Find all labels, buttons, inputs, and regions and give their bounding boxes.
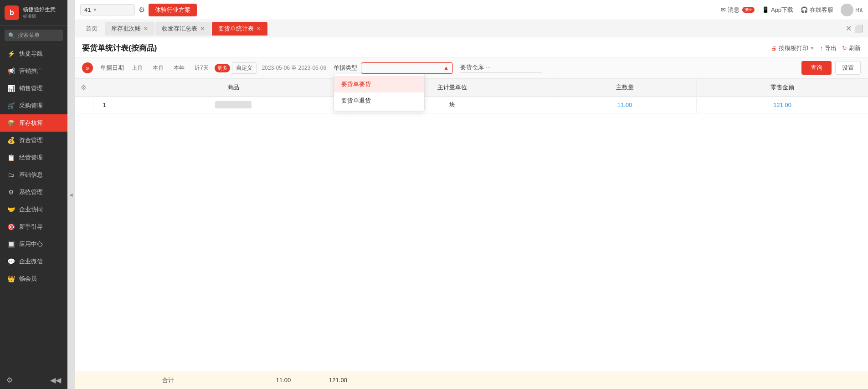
dropdown-item-order-return-label: 要货单退货	[341, 97, 371, 104]
brand-version: 标准版	[23, 13, 56, 20]
membership-icon: 👑	[6, 275, 15, 282]
sidebar-item-membership[interactable]: 👑 畅会员	[0, 270, 67, 287]
topbar-gear-icon[interactable]: ⚙	[139, 5, 145, 14]
type-input[interactable]	[365, 65, 442, 72]
print-template-button[interactable]: 🖨 按模板打印 ▼	[771, 44, 815, 52]
col-product: 商品	[116, 79, 351, 97]
tab-expand-icon[interactable]: ⬜	[854, 24, 863, 33]
type-filter-group: 单据类型 ▲ 要货单要货 要货单退货	[334, 62, 453, 74]
sidebar-item-sales[interactable]: 📊 销售管理	[0, 80, 67, 97]
finance-icon: 💰	[6, 137, 15, 144]
sidebar: b 畅捷通好生意 标准版 🔍 搜索菜单 ⚡ 快捷导航 📢 营销推广 📊 销售管理…	[0, 0, 67, 389]
app-download-label: App下载	[771, 6, 793, 14]
sidebar-item-inventory[interactable]: 📦 库存核算	[0, 114, 67, 132]
tab-order-stats[interactable]: 要货单统计表 ✕	[212, 22, 267, 36]
refresh-button[interactable]: ↻ 刷新	[842, 44, 861, 52]
sidebar-item-label: 采购管理	[19, 102, 43, 110]
guide-icon: 🎯	[6, 223, 15, 230]
row-product-cell	[116, 97, 351, 113]
col-quantity: 主数量	[553, 79, 697, 97]
dropdown-item-order-goods[interactable]: 要货单要货	[334, 76, 424, 92]
sidebar-item-purchase[interactable]: 🛒 采购管理	[0, 97, 67, 114]
messages-button[interactable]: ✉ 消息 99+	[721, 6, 755, 14]
warehouse-more-icon[interactable]: ···	[486, 64, 491, 71]
tab-inventory-batch-close-icon[interactable]: ✕	[144, 26, 148, 32]
purchase-icon: 🛒	[6, 102, 15, 109]
date-pill-this-year[interactable]: 本年	[169, 62, 189, 74]
date-pill-prev-month[interactable]: 上月	[128, 62, 147, 74]
tab-close-all-icon[interactable]: ✕	[846, 24, 852, 33]
date-label: 单据日期	[100, 64, 124, 72]
tab-order-stats-close-icon[interactable]: ✕	[257, 26, 261, 32]
brand-name: 畅捷通好生意	[23, 6, 56, 14]
sidebar-item-label: 营销推广	[19, 67, 43, 75]
sidebar-item-basic[interactable]: 🗂 基础信息	[0, 166, 67, 184]
settings-button[interactable]: 设置	[835, 61, 861, 75]
page-header-actions: 🖨 按模板打印 ▼ ↑ 导出 ↻ 刷新	[771, 44, 861, 52]
warehouse-label: 要货仓库	[460, 63, 484, 72]
date-range-display: 2023-05-06 至 2023-06-06	[262, 64, 326, 72]
date-pill-more[interactable]: 更多	[215, 64, 230, 72]
col-settings[interactable]: ⚙	[75, 79, 93, 97]
export-icon: ↑	[820, 45, 823, 51]
sidebar-item-enterprise[interactable]: 🤝 企业协同	[0, 201, 67, 218]
summary-row: 合计 11.00 121.00	[75, 371, 868, 389]
print-chevron-icon: ▼	[810, 46, 815, 51]
settings-footer-icon[interactable]: ⚙	[6, 376, 13, 384]
tab-receivables-summary[interactable]: 收发存汇总表 ✕	[155, 22, 211, 36]
col-settings-icon[interactable]: ⚙	[81, 84, 87, 91]
tab-receivables-close-icon[interactable]: ✕	[200, 26, 205, 32]
tab-inventory-batch[interactable]: 库存批次账 ✕	[105, 22, 154, 36]
filter-expand-button[interactable]: »	[82, 62, 93, 73]
sidebar-search-button[interactable]: 🔍 搜索菜单	[5, 30, 63, 41]
sidebar-search-area[interactable]: 🔍 搜索菜单	[0, 26, 67, 45]
sidebar-item-finance[interactable]: 💰 资金管理	[0, 132, 67, 149]
store-selector[interactable]: 41 ▼	[80, 4, 135, 15]
amount-link[interactable]: 121.00	[773, 102, 791, 108]
store-chevron-icon: ▼	[92, 7, 97, 12]
sidebar-item-label: 畅会员	[19, 275, 37, 283]
tab-home-label: 首页	[86, 25, 98, 33]
refresh-icon: ↻	[842, 45, 847, 51]
basic-icon: 🗂	[6, 171, 15, 179]
avatar	[841, 4, 853, 16]
main-area: 41 ▼ ⚙ 体验行业方案 ✉ 消息 99+ 📱 App下载 🎧 在线客服 R	[75, 0, 868, 389]
sidebar-item-label: 新手引导	[19, 223, 43, 231]
sidebar-item-operations[interactable]: 📋 经营管理	[0, 149, 67, 166]
sidebar-item-app-center[interactable]: 🔲 应用中心	[0, 235, 67, 253]
type-input-wrapper[interactable]: ▲	[361, 62, 453, 74]
row-quantity-cell[interactable]: 11.00	[553, 97, 697, 113]
col-amount: 零售金额	[697, 79, 868, 97]
date-pill-this-month[interactable]: 本月	[149, 62, 168, 74]
date-pills: 上月 本月 本年 近7天 更多 自定义	[128, 62, 257, 74]
messages-label: 消息	[728, 6, 740, 14]
app-center-icon: 🔲	[6, 241, 15, 248]
date-pill-last-7[interactable]: 近7天	[190, 62, 213, 74]
sidebar-item-label: 基础信息	[19, 171, 43, 179]
row-amount-cell[interactable]: 121.00	[697, 97, 868, 113]
sidebar-item-marketing[interactable]: 📢 营销推广	[0, 62, 67, 80]
query-button[interactable]: 查询	[801, 61, 832, 75]
sidebar-item-system[interactable]: ⚙ 系统管理	[0, 184, 67, 201]
collapse-icon[interactable]: ◀◀	[50, 376, 61, 384]
search-icon: 🔍	[8, 32, 15, 39]
online-service-button[interactable]: 🎧 在线客服	[801, 6, 833, 14]
service-icon: 🎧	[801, 6, 808, 13]
export-button[interactable]: ↑ 导出	[820, 44, 837, 52]
sidebar-item-guide[interactable]: 🎯 新手引导	[0, 218, 67, 235]
marketing-icon: 📢	[6, 67, 15, 75]
sidebar-item-wechat[interactable]: 💬 企业微信	[0, 253, 67, 270]
user-name: Rit	[855, 6, 863, 13]
print-template-label: 按模板打印	[779, 44, 808, 52]
tab-home[interactable]: 首页	[79, 22, 104, 36]
tabs-right-controls: ✕ ⬜	[846, 24, 863, 33]
sidebar-toggle[interactable]: ◀	[67, 0, 75, 389]
dropdown-item-order-return[interactable]: 要货单退货	[334, 92, 424, 109]
sidebar-item-quick-nav[interactable]: ⚡ 快捷导航	[0, 45, 67, 62]
quantity-link[interactable]: 11.00	[617, 102, 632, 108]
date-pill-custom[interactable]: 自定义	[232, 62, 257, 74]
tab-order-stats-label: 要货单统计表	[218, 25, 254, 33]
app-download-button[interactable]: 📱 App下载	[762, 6, 793, 14]
user-avatar-group[interactable]: Rit	[841, 4, 863, 16]
trial-button[interactable]: 体验行业方案	[149, 4, 197, 16]
